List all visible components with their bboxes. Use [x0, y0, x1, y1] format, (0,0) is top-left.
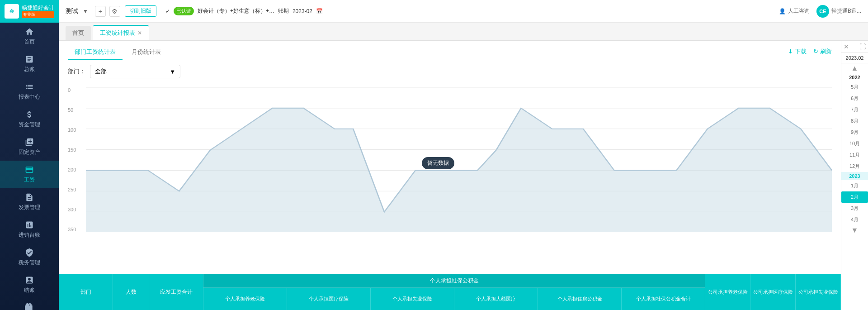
- chart-area: 350 300 250 200 150 100 50 0: [59, 83, 841, 274]
- sidebar-item-invoice[interactable]: 发票管理: [0, 188, 59, 216]
- year-nav-down[interactable]: ▼: [851, 225, 859, 235]
- month-2022-08[interactable]: 8月: [841, 115, 868, 127]
- th-company-pension: 公司承担养老保险: [705, 274, 750, 310]
- switch-to-old-btn[interactable]: 切到旧版: [125, 5, 156, 17]
- th-personal-major-medical: 个人承担大额医疗: [454, 288, 538, 310]
- user-avatar: CE: [816, 5, 829, 18]
- main-content: 测试 ▼ + ⚙ 切到旧版 ✓ 已认证 好会计（专）+好生意（标）+… 账期 2…: [59, 0, 868, 310]
- sidebar-item-reports[interactable]: 报表中心: [0, 78, 59, 105]
- th-dept: 部门: [59, 274, 113, 310]
- th-personal-unemployment: 个人承担失业保险: [371, 288, 454, 310]
- chart-svg: 暂无数据: [86, 87, 832, 232]
- dropdown-icon: ▼: [170, 68, 175, 75]
- sidebar-item-assets[interactable]: 固定资产: [0, 133, 59, 161]
- refresh-btn[interactable]: ↻ 刷新: [813, 45, 832, 57]
- th-salary: 应发工资合计: [149, 274, 203, 310]
- header-status: ✓ 已认证 好会计（专）+好生意（标）+… 账期 2023-02 📅: [165, 7, 323, 15]
- th-company-medical: 公司承担医疗保险: [750, 274, 796, 310]
- th-personal-total: 个人承担社保公积金合计: [622, 288, 705, 310]
- consult-icon: 👤: [779, 8, 786, 14]
- table-header: 部门 人数 应发工资合计 个人承担社保公积金 个人承担养老保险: [59, 274, 841, 310]
- sidebar-item-close[interactable]: 结账: [0, 271, 59, 299]
- th-company-unemployment: 公司承担失业保险: [796, 274, 841, 310]
- month-2022-07[interactable]: 7月: [841, 104, 868, 115]
- month-2023-02[interactable]: 2月: [841, 191, 868, 203]
- download-icon: ⬇: [788, 48, 793, 55]
- sidebar-logo: 会 畅捷通好会计 专业版: [0, 0, 59, 23]
- year-2023-section: 2023 1月 2月 3月 4月: [841, 172, 868, 225]
- chart-container: 350 300 250 200 150 100 50 0: [68, 87, 832, 246]
- sidebar: 会 畅捷通好会计 专业版 首页 总账 报表中心 资金管理 固定资产: [0, 0, 59, 310]
- th-personal-group: 个人承担社保公积金 个人承担养老保险 个人承担医疗保险 个人承担失业保险 个人承…: [203, 274, 705, 310]
- sidebar-item-salary[interactable]: 工资: [0, 161, 59, 188]
- month-2023-04[interactable]: 4月: [841, 214, 868, 225]
- logo-text: 畅捷通好会计: [22, 5, 54, 12]
- month-2022-06[interactable]: 6月: [841, 93, 868, 104]
- month-2022-10[interactable]: 10月: [841, 138, 868, 149]
- th-personal-pension: 个人承担养老保险: [203, 288, 287, 310]
- download-btn[interactable]: ⬇ 下载: [788, 45, 807, 57]
- sub-tab-monthly[interactable]: 月份统计表: [125, 45, 168, 60]
- year-2022-section: 2022 5月 6月 7月 8月 9月 10月 11月 12月: [841, 73, 868, 172]
- sidebar-item-purchase[interactable]: 进销台账: [0, 216, 59, 243]
- header-dropdown[interactable]: ▼: [83, 8, 88, 14]
- year-2022-label: 2022: [841, 73, 868, 81]
- tabs-bar: 首页 工资统计报表 ✕: [59, 23, 868, 41]
- sidebar-item-ledger[interactable]: 总账: [0, 50, 59, 78]
- header-settings-btn[interactable]: ⚙: [109, 6, 120, 17]
- status-badge: 已认证: [174, 7, 194, 15]
- consult-btn[interactable]: 👤 人工咨询: [779, 7, 810, 15]
- dept-label: 部门：: [68, 67, 85, 76]
- toolbar: 部门： 全部 ▼: [59, 60, 841, 83]
- page-content: 部门工资统计表 月份统计表 ⬇ 下载 ↻ 刷新 部门： 全部: [59, 41, 868, 310]
- content-area: 部门工资统计表 月份统计表 ⬇ 下载 ↻ 刷新 部门： 全部: [59, 41, 841, 310]
- right-panel-header: ✕ ⛶: [841, 41, 868, 53]
- year-2023-label: 2023: [841, 172, 868, 180]
- logo-badge: 专业版: [22, 11, 54, 18]
- date-display: 2023.02: [841, 53, 868, 63]
- dept-select[interactable]: 全部 ▼: [90, 65, 180, 78]
- sidebar-item-home[interactable]: 首页: [0, 23, 59, 50]
- period-value: 2023-02: [292, 8, 312, 14]
- calendar-icon[interactable]: 📅: [316, 8, 323, 14]
- sub-tab-dept[interactable]: 部门工资统计表: [68, 45, 123, 60]
- month-2022-12[interactable]: 12月: [841, 161, 868, 172]
- user-name: 轻捷通B迅...: [831, 7, 861, 15]
- th-headcount: 人数: [113, 274, 149, 310]
- sidebar-item-archive[interactable]: 归档管理: [0, 299, 59, 310]
- period-label: 账期: [278, 7, 289, 15]
- th-personal-medical: 个人承担医疗保险: [287, 288, 371, 310]
- th-personal-housing: 个人承担住房公积金: [538, 288, 622, 310]
- header-right: 👤 人工咨询 CE 轻捷通B迅...: [779, 5, 861, 18]
- sidebar-nav: 首页 总账 报表中心 资金管理 固定资产 工资 发票管理 进销台账: [0, 23, 59, 310]
- year-nav: ▲ 2022 5月 6月 7月 8月 9月 10月 11月 12月 2023 1…: [841, 63, 868, 310]
- user-info[interactable]: CE 轻捷通B迅...: [816, 5, 861, 18]
- tab-close-btn[interactable]: ✕: [137, 30, 142, 36]
- tab-home[interactable]: 首页: [66, 26, 91, 40]
- th-personal-title: 个人承担社保公积金: [203, 274, 705, 288]
- account-tags: 好会计（专）+好生意（标）+…: [198, 7, 274, 15]
- month-2022-09[interactable]: 9月: [841, 127, 868, 138]
- sidebar-item-tax[interactable]: 税务管理: [0, 243, 59, 271]
- year-nav-up[interactable]: ▲: [851, 63, 859, 73]
- sub-tabs: 部门工资统计表 月份统计表 ⬇ 下载 ↻ 刷新: [59, 41, 841, 60]
- y-axis: 350 300 250 200 150 100 50 0: [68, 87, 86, 232]
- th-personal-cells: 个人承担养老保险 个人承担医疗保险 个人承担失业保险 个人承担大额医疗 个人承担: [203, 288, 705, 310]
- header-actions: + ⚙: [95, 6, 120, 17]
- verified-icon: ✓: [165, 8, 170, 14]
- panel-close-btn[interactable]: ✕: [844, 43, 849, 50]
- refresh-icon: ↻: [813, 48, 818, 55]
- month-2022-11[interactable]: 11月: [841, 149, 868, 161]
- month-2022-05[interactable]: 5月: [841, 81, 868, 93]
- header-add-btn[interactable]: +: [95, 6, 106, 17]
- logo-icon: 会: [5, 4, 19, 19]
- right-panel: ✕ ⛶ 2023.02 ▲ 2022 5月 6月 7月 8月 9月 10月 11…: [841, 41, 868, 310]
- tab-salary[interactable]: 工资统计报表 ✕: [93, 25, 149, 40]
- month-2023-03[interactable]: 3月: [841, 203, 868, 214]
- panel-expand-btn[interactable]: ⛶: [859, 43, 866, 50]
- header-title: 测试: [66, 7, 78, 15]
- header: 测试 ▼ + ⚙ 切到旧版 ✓ 已认证 好会计（专）+好生意（标）+… 账期 2…: [59, 0, 868, 23]
- month-2023-01[interactable]: 1月: [841, 180, 868, 191]
- sidebar-item-funds[interactable]: 资金管理: [0, 105, 59, 133]
